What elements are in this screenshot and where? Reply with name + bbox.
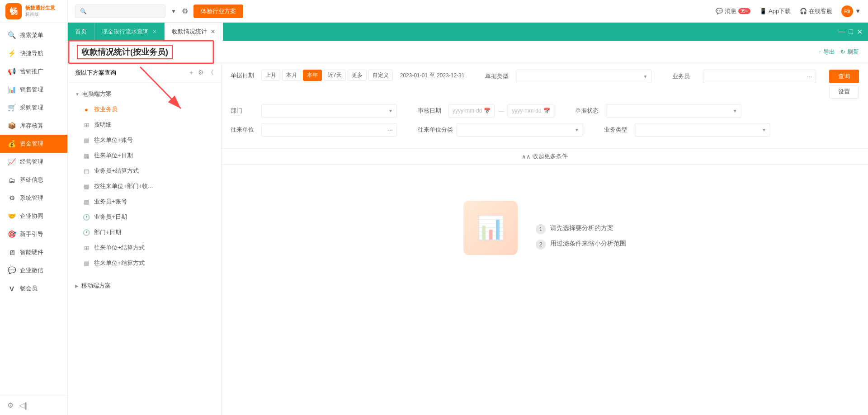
sidebar-item-hardware[interactable]: 🖥 智能硬件 bbox=[0, 243, 67, 261]
scheme-unit-calc2-icon: ▦ bbox=[82, 259, 90, 267]
scheme-item-unit-account[interactable]: ▦ 往来单位+账号 bbox=[68, 132, 221, 148]
doc-type-select[interactable]: ▼ bbox=[516, 70, 651, 83]
scheme-detail-icon: ⊞ bbox=[82, 121, 90, 129]
tab-bank-close-icon[interactable]: ✕ bbox=[152, 28, 157, 35]
query-btn[interactable]: 查询 bbox=[829, 70, 859, 83]
filter-action-btns: 查询 设置 bbox=[829, 70, 859, 99]
biz-type-select[interactable]: ▼ bbox=[635, 123, 770, 137]
scheme-item-unit-date[interactable]: ▦ 往来单位+日期 bbox=[68, 148, 221, 163]
gear-icon[interactable]: ⚙ bbox=[182, 7, 188, 15]
scheme-item-unit-calc1[interactable]: ⊞ 往来单位+结算方式 bbox=[68, 240, 221, 255]
app-download-action[interactable]: 📱 App下载 bbox=[760, 7, 791, 15]
doc-type-arrow-icon: ▼ bbox=[643, 74, 648, 79]
messages-action[interactable]: 💬 消息 99+ bbox=[716, 7, 750, 15]
basic-icon: 🗂 bbox=[7, 175, 16, 184]
content-area: 收款情况统计(按业务员) ↑ 导出 ↻ 刷新 按以下方案查询 ＋ bbox=[68, 41, 868, 415]
scheme-item-salesman[interactable]: ● 按业务员 bbox=[68, 102, 221, 117]
filter-row-2: 部门 ▼ 审核日期 yyyy-mm-dd 📅 bbox=[231, 104, 859, 118]
doc-status-label: 单据状态 bbox=[575, 107, 602, 115]
collapse-panel-btn[interactable]: 《 bbox=[208, 69, 214, 77]
counterpart-cat-arrow-icon: ▼ bbox=[575, 127, 579, 132]
finance-icon: 💰 bbox=[7, 139, 16, 148]
sidebar-item-member[interactable]: V 畅会员 bbox=[0, 279, 67, 297]
search-nav-icon: 🔍 bbox=[7, 31, 16, 40]
main-right-content: 单据日期 上月 本月 本年 近7天 更多 自定义 2023-01-01 bbox=[222, 63, 868, 415]
collapse-sidebar-icon[interactable]: ◁‖ bbox=[19, 401, 28, 410]
purchase-icon: 🛒 bbox=[7, 103, 16, 112]
refresh-btn[interactable]: ↻ 刷新 bbox=[840, 48, 859, 56]
review-date-to[interactable]: yyyy-mm-dd 📅 bbox=[508, 104, 554, 118]
scheme-item-detail[interactable]: ⊞ 按明细 bbox=[68, 117, 221, 132]
scheme-item-dept-date[interactable]: 🕐 部门+日期 bbox=[68, 225, 221, 240]
tab-collection[interactable]: 收款情况统计 ✕ bbox=[165, 23, 223, 41]
refresh-icon: ↻ bbox=[840, 48, 845, 55]
tabbar-close-icon[interactable]: ✕ bbox=[857, 28, 863, 36]
add-scheme-btn[interactable]: ＋ bbox=[188, 69, 194, 77]
wechat-icon: 💬 bbox=[7, 266, 16, 275]
biz-type-arrow-icon: ▼ bbox=[762, 127, 766, 132]
salesman-select[interactable]: ··· bbox=[703, 70, 816, 83]
sidebar-item-basic[interactable]: 🗂 基础信息 bbox=[0, 171, 67, 189]
doc-status-select[interactable]: ▼ bbox=[606, 104, 741, 118]
sidebar-item-marketing[interactable]: 📢 营销推广 bbox=[0, 62, 67, 80]
settings-scheme-btn[interactable]: ⚙ bbox=[198, 69, 204, 77]
sidebar-item-guide[interactable]: 🎯 新手引导 bbox=[0, 225, 67, 243]
date-opt-7days[interactable]: 近7天 bbox=[324, 70, 346, 81]
tab-collection-close-icon[interactable]: ✕ bbox=[211, 28, 215, 35]
scheme-item-salesman-date[interactable]: 🕐 业务员+日期 bbox=[68, 209, 221, 225]
scheme-salesman-calc-icon: ▤ bbox=[82, 167, 90, 175]
sidebar-item-inventory[interactable]: 📦 库存核算 bbox=[0, 117, 67, 135]
scheme-dept-date-icon: 🕐 bbox=[82, 228, 90, 236]
system-icon: ⚙ bbox=[7, 193, 16, 203]
counterpart-select[interactable]: ··· bbox=[261, 123, 397, 137]
empty-state-content: 📊 1 请先选择要分析的方案 2 用过滤条件来缩小分析范围 bbox=[463, 201, 626, 255]
date-opt-custom[interactable]: 自定义 bbox=[368, 70, 393, 81]
content-body: 按以下方案查询 ＋ ⚙ 《 ▼ 电脑端方案 ● 按业务员 bbox=[68, 63, 868, 415]
counterpart-category-select[interactable]: ▼ bbox=[457, 123, 583, 137]
scheme-item-unit-calc2[interactable]: ▦ 往来单位+结算方式 bbox=[68, 255, 221, 271]
sidebar-item-system[interactable]: ⚙ 系统管理 bbox=[0, 189, 67, 207]
tabbar-min-icon[interactable]: — bbox=[838, 28, 845, 36]
sidebar-item-search[interactable]: 🔍 搜索菜单 bbox=[0, 26, 67, 44]
sidebar-item-purchase[interactable]: 🛒 采购管理 bbox=[0, 99, 67, 117]
sidebar-footer: ⚙ ◁‖ bbox=[0, 395, 67, 415]
sidebar-item-quicknav[interactable]: ⚡ 快捷导航 bbox=[0, 44, 67, 62]
scheme-item-unit-dept-col[interactable]: ▦ 按往来单位+部门+收... bbox=[68, 179, 221, 194]
collapse-more-btn[interactable]: ∧∧ 收起更多条件 bbox=[522, 152, 568, 160]
sidebar-item-enterprise[interactable]: 🤝 企业协同 bbox=[0, 207, 67, 225]
desktop-scheme-header[interactable]: ▼ 电脑端方案 bbox=[68, 86, 221, 102]
tabbar-max-icon[interactable]: □ bbox=[849, 28, 853, 36]
export-btn[interactable]: ↑ 导出 bbox=[819, 48, 835, 56]
empty-state-illustration: 📊 bbox=[463, 201, 518, 255]
tab-home[interactable]: 首页 bbox=[68, 23, 94, 41]
setting-btn[interactable]: 设置 bbox=[829, 85, 859, 99]
sidebar-item-operation[interactable]: 📈 经营管理 bbox=[0, 153, 67, 171]
tab-bank[interactable]: 现金银行流水查询 ✕ bbox=[94, 23, 165, 41]
topbar: 🔍 ▼ ⚙ 体验行业方案 💬 消息 99+ 📱 App下载 🎧 在线客服 Rit… bbox=[68, 0, 868, 23]
counterpart-label: 往来单位 bbox=[231, 126, 258, 134]
try-btn[interactable]: 体验行业方案 bbox=[193, 5, 243, 18]
online-service-action[interactable]: 🎧 在线客服 bbox=[800, 7, 832, 15]
mobile-scheme-header[interactable]: ▶ 移动端方案 bbox=[68, 278, 221, 293]
sidebar-item-finance[interactable]: 💰 资金管理 bbox=[0, 135, 67, 153]
review-date-from[interactable]: yyyy-mm-dd 📅 bbox=[448, 104, 495, 118]
counterpart-category-filter: 往来单位分类 ▼ bbox=[418, 123, 583, 137]
avatar: Rit bbox=[841, 5, 853, 17]
date-opt-this-month[interactable]: 本月 bbox=[282, 70, 301, 81]
sidebar-item-sales[interactable]: 📊 销售管理 bbox=[0, 80, 67, 99]
dept-select[interactable]: ▼ bbox=[261, 104, 397, 118]
counterpart-more-icon: ··· bbox=[387, 126, 393, 133]
scheme-item-salesman-account[interactable]: ▦ 业务员+账号 bbox=[68, 194, 221, 209]
date-opt-this-year[interactable]: 本年 bbox=[303, 70, 322, 81]
date-opt-last-month[interactable]: 上月 bbox=[261, 70, 280, 81]
user-avatar[interactable]: Rit ▼ bbox=[841, 5, 861, 17]
sidebar-item-wechat[interactable]: 💬 企业微信 bbox=[0, 261, 67, 279]
scheme-item-salesman-calc[interactable]: ▤ 业务员+结算方式 bbox=[68, 163, 221, 179]
empty-hint-1: 1 请先选择要分析的方案 bbox=[536, 224, 626, 234]
topbar-arrow-icon[interactable]: ▼ bbox=[171, 8, 176, 14]
settings-icon[interactable]: ⚙ bbox=[7, 401, 14, 410]
date-opt-more[interactable]: 更多 bbox=[348, 70, 367, 81]
guide-icon: 🎯 bbox=[7, 230, 16, 239]
filter-row-3: 往来单位 ··· 往来单位分类 ▼ bbox=[231, 123, 859, 143]
service-icon: 🎧 bbox=[800, 8, 807, 14]
